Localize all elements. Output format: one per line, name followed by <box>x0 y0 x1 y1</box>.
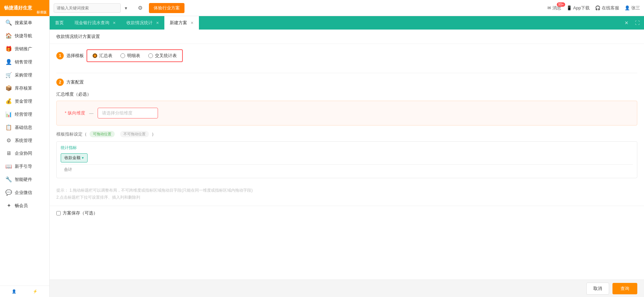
save-checkbox-label[interactable]: 方案保存（可选） <box>56 210 637 216</box>
lightning-icon: ⚡ <box>33 289 38 294</box>
tab-receipt-stats-close[interactable]: ✕ <box>156 21 159 25</box>
template-options: 汇总表 明细表 交叉统计表 <box>87 49 183 62</box>
vertical-dimension-label: * 纵向维度 <box>65 110 85 116</box>
sidebar-item-marketing[interactable]: 🎁 营销推广 <box>0 42 49 55</box>
sidebar-bottom-left[interactable]: 👤 <box>12 289 16 294</box>
chat-icon: 💬 <box>5 189 12 196</box>
topbar: ▾ ⚙ 体验行业方案 ✉ 消息 99+ 📱 App下载 🎧 在线客服 👤 张三 <box>50 0 644 16</box>
drag-badge: 可拖动位置 <box>90 131 115 137</box>
step1-title: 选择模板 <box>66 53 84 59</box>
tip-line-1: 提示： 1.拖动标题栏可以调整布局，不可跨维度或指标区域拖动目字段(只能在同一维… <box>56 188 637 193</box>
sidebar-item-inventory[interactable]: 📦 库存核算 <box>0 82 49 95</box>
metric-total-label: 合计 <box>64 167 72 172</box>
app-name: 畅捷通好生意 <box>4 5 32 11</box>
avatar-icon: 👤 <box>12 289 16 294</box>
sidebar-item-funds[interactable]: 💰 资金管理 <box>0 95 49 108</box>
sidebar-item-member[interactable]: ✦ 畅会员 <box>0 199 49 212</box>
metric-chip-amount[interactable]: 收款金额 ▾ <box>61 153 88 162</box>
tip-line-2: 2.点击标题栏下拉可设置排序、插入列和删除列 <box>56 195 637 200</box>
sidebar-item-sales[interactable]: 👤 销售管理 <box>0 55 49 68</box>
tab-bank-flow[interactable]: 现金银行流水查询 ✕ <box>69 16 121 30</box>
tool-icon: 🔧 <box>5 176 12 183</box>
sidebar-item-label: 采购管理 <box>15 72 32 78</box>
query-button[interactable]: 查询 <box>612 283 637 294</box>
app-logo: 畅捷通好生意 标准版 <box>0 0 49 16</box>
clipboard-icon: 📋 <box>5 124 12 131</box>
metric-total-row: 合计 <box>61 164 633 175</box>
save-label-text: 方案保存（可选） <box>63 210 98 216</box>
dimension-select[interactable]: 请选择分组维度 <box>98 108 158 118</box>
main-area: ▾ ⚙ 体验行业方案 ✉ 消息 99+ 📱 App下载 🎧 在线客服 👤 张三 <box>50 0 644 297</box>
sidebar-item-label: 基础信息 <box>15 125 32 131</box>
step1-section: 1 选择模板 汇总表 明细表 交 <box>50 44 644 73</box>
sidebar-item-search[interactable]: 🔍 搜索菜单 <box>0 16 49 29</box>
sidebar-item-label: 企业协同 <box>15 150 32 156</box>
tab-receipt-stats-label: 收款情况统计 <box>126 20 153 26</box>
sidebar-item-smart-hw[interactable]: 🔧 智能硬件 <box>0 173 49 186</box>
search-icon: 🔍 <box>5 19 12 26</box>
headset-icon: 🎧 <box>595 5 600 10</box>
no-drag-badge: 不可拖动位置 <box>120 131 149 137</box>
save-checkbox[interactable] <box>56 211 61 215</box>
sidebar: 畅捷通好生意 标准版 🔍 搜索菜单 🏠 快捷导航 🎁 营销推广 👤 销售管理 🛒… <box>0 0 50 297</box>
sidebar-item-operations[interactable]: 📊 经营管理 <box>0 108 49 121</box>
sidebar-item-label: 销售管理 <box>15 59 32 65</box>
content-inner: 收款情况统计方案设置 1 选择模板 汇总表 明细表 <box>50 30 644 280</box>
notification-badge: 99+ <box>557 2 565 7</box>
option-summary[interactable]: 汇总表 <box>93 53 112 59</box>
sidebar-item-quick-nav[interactable]: 🏠 快捷导航 <box>0 29 49 42</box>
metric-chip-row: 收款金额 ▾ <box>61 153 633 162</box>
sidebar-item-guide[interactable]: 📖 新手引导 <box>0 160 49 173</box>
sidebar-item-label: 快捷导航 <box>15 33 32 39</box>
option-detail-label: 明细表 <box>127 53 140 59</box>
tab-close-btn[interactable]: ✕ <box>623 19 631 27</box>
page-title: 收款情况统计方案设置 <box>56 34 100 39</box>
tab-home[interactable]: 首页 <box>50 16 69 30</box>
sidebar-item-label: 资金管理 <box>15 98 32 104</box>
settings-icon[interactable]: ⚙ <box>136 3 145 13</box>
download-btn[interactable]: 📱 App下载 <box>567 5 590 11</box>
option-detail[interactable]: 明细表 <box>120 53 140 59</box>
sidebar-item-system[interactable]: ⚙ 系统管理 <box>0 134 49 147</box>
notification-btn[interactable]: ✉ 消息 99+ <box>547 5 561 11</box>
tips-section: 提示： 1.拖动标题栏可以调整布局，不可跨维度或指标区域拖动目字段(只能在同一维… <box>50 184 644 206</box>
nav-tabs-controls: ✕ ⛶ <box>623 19 644 27</box>
step1-header: 1 选择模板 汇总表 明细表 交 <box>56 49 637 62</box>
home-icon: 🏠 <box>5 33 12 39</box>
sidebar-item-enterprise[interactable]: 🖥 企业协同 <box>0 147 49 160</box>
tab-bank-flow-close[interactable]: ✕ <box>113 21 116 25</box>
industry-btn[interactable]: 体验行业方案 <box>149 3 184 13</box>
tab-expand-btn[interactable]: ⛶ <box>633 19 641 27</box>
dimension-arrow: — <box>89 111 94 116</box>
book-icon: 📖 <box>5 163 12 169</box>
radio-summary[interactable] <box>93 53 97 58</box>
config-section: 汇总维度（必选） * 纵向维度 — 请选择分组维度 <box>56 91 637 131</box>
footer-save: 方案保存（可选） <box>50 206 644 220</box>
money-icon: 💰 <box>5 98 12 104</box>
tab-new-plan-close[interactable]: ✕ <box>191 21 194 25</box>
cancel-button[interactable]: 取消 <box>586 283 609 295</box>
download-label: App下载 <box>573 5 590 11</box>
chart-icon: 📊 <box>5 111 12 117</box>
gift-icon: 🎁 <box>5 46 12 52</box>
sidebar-item-basic-info[interactable]: 📋 基础信息 <box>0 121 49 134</box>
summary-dimension-title: 汇总维度（必选） <box>56 91 637 97</box>
sidebar-item-wechat[interactable]: 💬 企业微信 <box>0 186 49 199</box>
tab-receipt-stats[interactable]: 收款情况统计 ✕ <box>121 16 164 30</box>
radio-detail[interactable] <box>120 53 125 58</box>
radio-cross[interactable] <box>148 53 153 58</box>
service-btn[interactable]: 🎧 在线客服 <box>595 5 619 11</box>
dropdown-icon[interactable]: ▾ <box>125 5 131 11</box>
search-input[interactable] <box>54 3 121 13</box>
user-menu[interactable]: 👤 张三 <box>625 5 640 11</box>
chip-dropdown-icon[interactable]: ▾ <box>82 156 84 160</box>
metrics-label-row: 模板指标设定（ 可拖动位置 不可拖动位置 ） <box>56 131 637 137</box>
tab-new-plan[interactable]: 新建方案 ✕ <box>164 16 199 30</box>
sidebar-item-purchase[interactable]: 🛒 采购管理 <box>0 68 49 82</box>
service-label: 在线客服 <box>602 5 619 11</box>
action-bar: 取消 查询 <box>50 280 644 297</box>
sidebar-bottom-right[interactable]: ⚡ <box>33 289 38 294</box>
option-cross[interactable]: 交叉统计表 <box>148 53 177 59</box>
user-avatar: 👤 <box>625 5 630 10</box>
config-area: * 纵向维度 — 请选择分组维度 <box>56 101 637 126</box>
